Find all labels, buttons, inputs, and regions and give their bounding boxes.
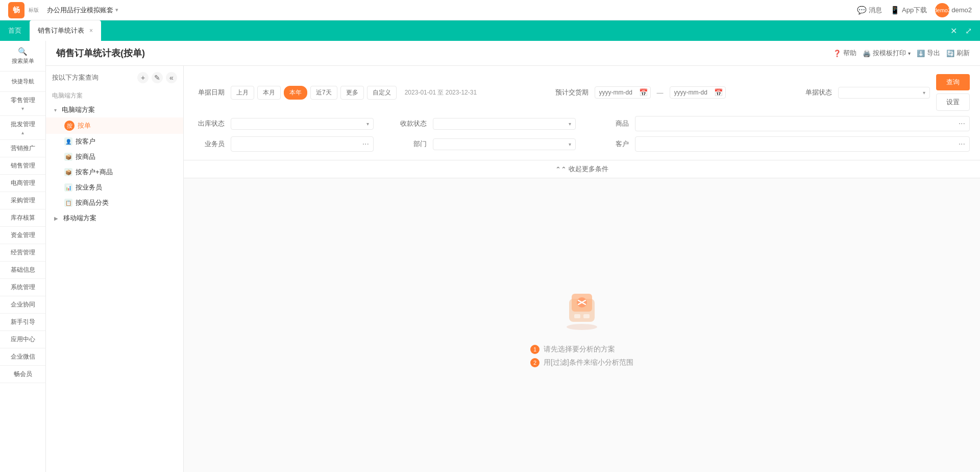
tip-2-num: 2 [530,358,540,367]
svg-rect-6 [574,314,580,318]
window-maximize-icon[interactable]: ⤢ [963,24,974,38]
tab-close-icon[interactable]: × [89,27,93,34]
date-btn-this-year[interactable]: 本年 [284,86,307,100]
scheme-by-customer-goods[interactable]: 📦 按客户+商品 [46,164,183,180]
customer-select[interactable]: ··· [635,136,970,152]
edit-scheme-btn[interactable]: ✎ [152,72,163,83]
scheme-by-order[interactable]: 按 按单 [46,117,183,134]
customer-label: 客户 [598,139,629,149]
sidebar-item-purchase[interactable]: 采购管理 [0,192,45,209]
add-scheme-btn[interactable]: + [137,72,149,83]
expected-date-end[interactable] [670,86,726,99]
message-btn[interactable]: 💬 消息 [857,6,882,15]
refresh-btn[interactable]: 🔄 刷新 [946,49,970,58]
nav-tab-actions: ✕ ⤢ [948,24,980,38]
date-btn-more[interactable]: 更多 [340,86,364,100]
page-header-actions: ❓ 帮助 🖨️ 按模板打印 ▾ ⬇️ 导出 🔄 刷新 [833,49,970,58]
top-bar-right: 💬 消息 📱 App下载 demo2 demo2 [857,3,972,17]
scheme-by-goods[interactable]: 📦 按商品 [46,149,183,164]
collapse-btn[interactable]: ⌃⌃ 收起更多条件 [555,164,608,174]
salesman-more-icon: ··· [362,139,369,149]
template-print-btn[interactable]: 🖨️ 按模板打印 ▾ [863,49,911,58]
wholesale-arrow-icon: ▴ [21,130,24,135]
main-layout: 🔍 搜索菜单 快捷导航 零售管理 ▾ 批发管理 ▴ 营销推广 销售管理 电商管理… [0,41,980,472]
category-icon: 📋 [64,199,72,207]
status-select[interactable]: ▾ [838,87,930,99]
date-sep: — [657,89,664,97]
expected-date-start[interactable] [595,86,651,99]
workspace-selector[interactable]: 办公用品行业模拟账套 ▾ [43,4,122,17]
sidebar-item-wechat[interactable]: 企业微信 [0,348,45,366]
avatar: demo2 [935,3,949,17]
delivery-chevron-icon: ▾ [366,121,369,127]
salesman-label: 业务员 [194,139,225,149]
filter-row-2: 出库状态 ▾ 收款状态 ▾ 商品 [194,116,970,131]
sidebar-item-operations[interactable]: 经营管理 [0,244,45,262]
tip-1-num: 1 [530,345,540,354]
sidebar-item-marketing[interactable]: 营销推广 [0,140,45,157]
expected-date-label: 预计交货期 [553,88,589,97]
action-btn-group: 查询 设置 [936,74,970,111]
goods-scheme-icon: 📦 [64,153,72,161]
dept-chevron-icon: ▾ [569,141,571,147]
top-bar-left: 畅 标版 办公用品行业模拟账套 ▾ [8,2,122,18]
salesman-icon: 📊 [64,183,72,192]
date-btn-last-month[interactable]: 上月 [231,86,254,100]
sidebar-item-enterprise[interactable]: 企业协同 [0,296,45,314]
sidebar-quick-nav[interactable]: 快捷导航 [0,72,45,92]
sidebar-item-sales[interactable]: 销售管理 [0,157,45,175]
empty-icon [556,284,607,335]
empty-tips: 1 请先选择要分析的方案 2 用[过滤]条件来缩小分析范围 [530,345,633,367]
date-btn-last-7days[interactable]: 近7天 [310,86,337,100]
window-close-icon[interactable]: ✕ [948,24,959,38]
date-label: 单据日期 [194,88,225,97]
payment-chevron-icon: ▾ [569,121,571,127]
sidebar-item-retail[interactable]: 零售管理 ▾ [0,92,45,116]
expected-date-start-wrap: 📅 [595,86,651,99]
query-btn[interactable]: 查询 [936,74,970,90]
retail-arrow-icon: ▾ [21,106,24,111]
sidebar-item-wholesale[interactable]: 批发管理 ▴ [0,116,45,140]
payment-label: 收款状态 [396,119,427,128]
collapse-panel-btn[interactable]: « [166,72,177,83]
app-download-btn[interactable]: 📱 App下载 [890,6,927,15]
filter-row-1: 单据日期 上月 本月 本年 近7天 更多 自定义 2023-01-01 至 20… [194,74,970,111]
sidebar-item-newbie[interactable]: 新手引导 [0,314,45,331]
sidebar-item-basic-info[interactable]: 基础信息 [0,262,45,279]
customer-scheme-icon: 👤 [64,137,72,146]
export-btn[interactable]: ⬇️ 导出 [917,49,940,58]
active-scheme-icon: 按 [64,121,75,131]
sidebar-item-inventory[interactable]: 库存核算 [0,209,45,227]
nav-tabs: 首页 销售订单统计表 × ✕ ⤢ [0,20,980,41]
dept-select[interactable]: ▾ [433,138,576,150]
sidebar-item-system[interactable]: 系统管理 [0,279,45,296]
goods-select[interactable]: ··· [635,116,970,131]
tab-home[interactable]: 首页 [0,20,30,41]
scheme-by-customer[interactable]: 👤 按客户 [46,134,183,149]
mobile-section[interactable]: ▶ 移动端方案 [46,210,183,226]
empty-state: 1 请先选择要分析的方案 2 用[过滤]条件来缩小分析范围 [184,178,980,472]
date-btn-custom[interactable]: 自定义 [367,86,397,100]
help-btn[interactable]: ❓ 帮助 [833,49,856,58]
payment-select[interactable]: ▾ [433,118,576,130]
date-range-text: 2023-01-01 至 2023-12-31 [405,88,477,97]
date-btn-this-month[interactable]: 本月 [257,86,281,100]
goods-more-icon: ··· [959,119,965,128]
sidebar-item-app-center[interactable]: 应用中心 [0,331,45,348]
top-bar: 畅 标版 办公用品行业模拟账套 ▾ 💬 消息 📱 App下载 demo2 dem… [0,0,980,20]
panel-layout: 按以下方案查询 + ✎ « 电脑端方案 ▾ 电脑端方案 按 按单 [46,66,980,472]
delivery-select[interactable]: ▾ [231,118,374,130]
sidebar-item-finance[interactable]: 资金管理 [0,227,45,244]
tab-sales-stats[interactable]: 销售订单统计表 × [30,20,101,41]
scheme-by-salesman[interactable]: 📊 按业务员 [46,180,183,195]
sidebar-item-member[interactable]: 畅会员 [0,366,45,383]
scheme-by-category[interactable]: 📋 按商品分类 [46,195,183,210]
dept-label: 部门 [396,139,427,149]
sidebar-search[interactable]: 🔍 搜索菜单 [0,41,45,72]
setting-btn[interactable]: 设置 [936,93,970,111]
sidebar-item-ecommerce[interactable]: 电商管理 [0,175,45,192]
pc-section-label: 电脑端方案 [46,89,183,102]
tree-item-pc: ▾ 电脑端方案 [46,102,183,117]
user-avatar[interactable]: demo2 demo2 [935,3,972,17]
salesman-select[interactable]: ··· [231,136,374,152]
